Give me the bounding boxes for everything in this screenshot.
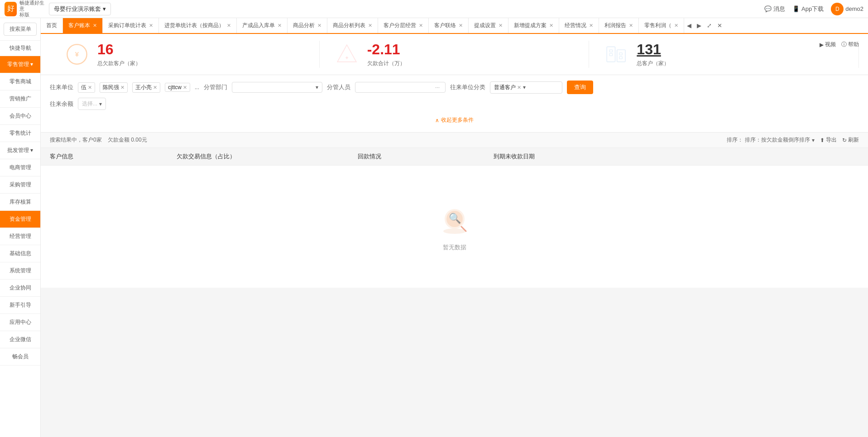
tab-boost-settings[interactable]: 提成设置 ✕ [469, 18, 508, 33]
tab-expand-btn[interactable]: ⤢ [704, 19, 715, 33]
sidebar-item-app-center[interactable]: 应用中心 [0, 314, 40, 331]
filter-tag-wang[interactable]: 王小亮 ✕ [132, 82, 160, 93]
app-download-btn[interactable]: 📱 App下载 [792, 5, 824, 13]
empty-text: 暂无数据 [443, 243, 466, 252]
sidebar-item-retail-mgmt[interactable]: 零售管理 ▾ [0, 56, 40, 73]
tag-close-cjttcw[interactable]: ✕ [183, 85, 187, 90]
sidebar-item-finance-mgmt[interactable]: 资金管理 [0, 211, 40, 228]
video-help-btn[interactable]: ▶ 视频 [820, 41, 836, 48]
query-btn[interactable]: 查询 [567, 81, 593, 94]
sidebar-item-enterprise-collab[interactable]: 企业协同 [0, 280, 40, 297]
messages-btn[interactable]: 💬 消息 [764, 5, 785, 13]
branch-dept-select[interactable]: ▾ [232, 82, 322, 93]
search-menu-btn[interactable]: 搜索菜单 [4, 23, 37, 36]
sidebar-item-wholesale-mgmt[interactable]: 批发管理 ▾ [0, 142, 40, 159]
main-layout: 搜索菜单 快捷导航 零售管理 ▾ 零售商城 营销推广 会员中心 零售统计 批发管… [0, 18, 868, 437]
overdue-amount-label: 欠款合计（万） [367, 60, 405, 67]
tab-new-boost-plan[interactable]: 新增提成方案 ✕ [508, 18, 559, 33]
branch-dept-label: 分管部门 [204, 83, 227, 91]
sidebar-item-new-guide[interactable]: 新手引导 [0, 297, 40, 314]
unit-filter-label: 往来单位 [50, 83, 73, 91]
sidebar-item-inventory[interactable]: 库存核算 [0, 194, 40, 211]
sidebar-item-member-center[interactable]: 会员中心 [0, 108, 40, 125]
sort-label: 排序： [727, 136, 743, 144]
chevron-up-icon: ∧ [435, 117, 439, 124]
results-info: 搜索结果中，客户0家 欠款金额 0.00元 [50, 136, 147, 144]
tab-customer-ledger[interactable]: 客户账本 ✕ [63, 18, 103, 33]
customer-type-tag[interactable]: 普通客户 ✕ [494, 84, 521, 91]
collapse-filters-btn[interactable]: ∧ 收起更多条件 [50, 114, 859, 127]
sidebar-item-ecom-mgmt[interactable]: 电商管理 [0, 159, 40, 176]
tab-close-purchase-stats[interactable]: ✕ [149, 23, 153, 28]
tab-operations-status[interactable]: 经营情况 ✕ [559, 18, 599, 33]
tab-close-operations-status[interactable]: ✕ [589, 23, 593, 28]
tab-inbound-stats[interactable]: 进货单统计表（按商品） ✕ [159, 18, 237, 33]
workspace-selector[interactable]: 母婴行业演示账套 ▾ [49, 3, 111, 15]
filter-more-tags[interactable]: ... [195, 84, 199, 90]
tab-close-product-analysis[interactable]: ✕ [317, 23, 321, 28]
stat-overdue-customers-text: 16 总欠款客户（家） [97, 41, 141, 67]
tab-product-analysis[interactable]: 商品分析 ✕ [288, 18, 327, 33]
logo-icon: 好 [5, 2, 17, 16]
branch-person-label: 分管人员 [327, 83, 350, 91]
tab-home[interactable]: 首页 [41, 18, 63, 33]
col-due-date: 到期未收款日期 [494, 152, 859, 161]
overdue-customers-label: 总欠款客户（家） [97, 60, 141, 67]
user-menu[interactable]: D demo2 [831, 3, 863, 15]
sidebar-item-retail-mall[interactable]: 零售商城 [0, 73, 40, 90]
svg-point-10 [443, 228, 466, 234]
tag-close-chen[interactable]: ✕ [120, 85, 125, 90]
export-btn[interactable]: ⬆ 导出 [820, 136, 837, 144]
tab-profit-report[interactable]: 利润报告 ✕ [599, 18, 639, 33]
stat-total-customers-text: 131 总客户（家） [637, 41, 669, 67]
sidebar-item-system-mgmt[interactable]: 系统管理 [0, 262, 40, 280]
filter-area: 往来单位 伍 ✕ 陈民强 ✕ 王小亮 ✕ cjttcw [41, 75, 868, 133]
tab-close-product-inbound[interactable]: ✕ [278, 23, 282, 28]
tab-close-product-analysis-list[interactable]: ✕ [368, 23, 372, 28]
tab-close-all-btn[interactable]: ✕ [715, 19, 725, 33]
sidebar-item-retail-stats[interactable]: 零售统计 [0, 125, 40, 142]
export-icon: ⬆ [820, 137, 825, 143]
tab-customer-contact[interactable]: 客户联络 ✕ [429, 18, 469, 33]
tab-customer-tier[interactable]: 客户分层经营 ✕ [378, 18, 429, 33]
svg-rect-4 [607, 47, 615, 62]
refresh-btn[interactable]: ↻ 刷新 [842, 136, 859, 144]
filter-tag-cjttcw[interactable]: cjttcw ✕ [165, 83, 190, 92]
tab-close-profit-report[interactable]: ✕ [629, 23, 633, 28]
branch-person-select[interactable]: ··· [355, 82, 446, 93]
stats-bar: ¥ 16 总欠款客户（家） ✦ [41, 34, 868, 75]
help-btn[interactable]: ⓘ 帮助 [841, 41, 859, 48]
sidebar-item-operations-mgmt[interactable]: 经营管理 [0, 228, 40, 245]
tab-close-customer-tier[interactable]: ✕ [419, 23, 423, 28]
sidebar-item-basic-info[interactable]: 基础信息 [0, 245, 40, 262]
unit-category-select[interactable]: 普通客户 ✕ ▾ [490, 81, 562, 94]
tab-close-retail-profit[interactable]: ✕ [674, 23, 678, 28]
chevron-down-icon: ▾ [103, 5, 106, 12]
tab-purchase-stats[interactable]: 采购订单统计表 ✕ [103, 18, 159, 33]
tab-retail-profit[interactable]: 零售利润（ ✕ [639, 18, 684, 33]
filter-dots-person[interactable]: ··· [433, 84, 441, 90]
tab-close-customer-contact[interactable]: ✕ [459, 23, 463, 28]
tag-close-wang[interactable]: ✕ [153, 85, 157, 90]
balance-select[interactable]: 选择... ▾ [78, 98, 106, 110]
quick-nav-btn[interactable]: 快捷导航 [0, 41, 40, 56]
sidebar-item-enterprise-wechat[interactable]: 企业微信 [0, 331, 40, 348]
sort-selector[interactable]: 排序： 排序：按欠款金额倒序排序 ▾ [727, 136, 815, 144]
tab-close-inbound-stats[interactable]: ✕ [227, 23, 231, 28]
top-bar-right: 💬 消息 📱 App下载 D demo2 [764, 3, 863, 15]
sidebar-item-marketing[interactable]: 营销推广 [0, 90, 40, 108]
tab-close-new-boost-plan[interactable]: ✕ [549, 23, 553, 28]
tab-close-customer-ledger[interactable]: ✕ [93, 23, 97, 28]
sidebar-item-unlimited-member[interactable]: 畅会员 [0, 348, 40, 366]
tag-close-customer-type[interactable]: ✕ [517, 85, 521, 90]
filter-tag-wu[interactable]: 伍 ✕ [78, 82, 95, 93]
tag-close-wu[interactable]: ✕ [88, 85, 92, 90]
tab-product-analysis-list[interactable]: 商品分析列表 ✕ [327, 18, 378, 33]
tab-close-boost-settings[interactable]: ✕ [499, 23, 503, 28]
tab-prev-btn[interactable]: ◀ [684, 19, 694, 33]
tab-next-btn[interactable]: ▶ [694, 19, 704, 33]
svg-rect-7 [609, 53, 613, 56]
sidebar-item-purchase-mgmt[interactable]: 采购管理 [0, 176, 40, 194]
tab-product-inbound[interactable]: 产成品入库单 ✕ [237, 18, 288, 33]
filter-tag-chen[interactable]: 陈民强 ✕ [100, 82, 128, 93]
